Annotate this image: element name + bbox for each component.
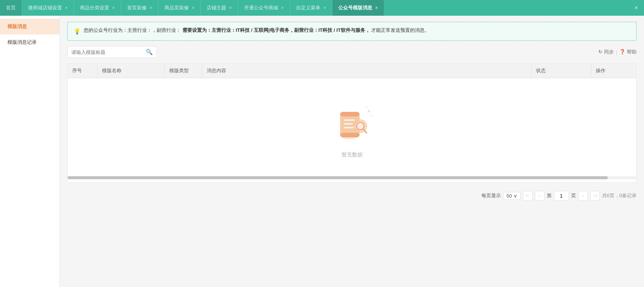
tab-custom-menu[interactable]: 自定义菜单 × [290,0,332,16]
svg-rect-5 [344,123,353,125]
horizontal-scrollbar[interactable] [68,176,636,179]
help-icon: ❓ [619,49,625,55]
tab-store-settings[interactable]: 微商城店铺设置 × [22,0,74,16]
help-button[interactable]: ❓ 帮助 [619,49,637,55]
main-layout: 模版消息 模版消息记录 💡 您的公众号行业为：主营行业：，副营行业： 需要设置为… [0,16,644,287]
tab-home-label: 首页 [6,4,16,11]
first-page-button[interactable]: ⊢ [523,191,533,201]
svg-point-11 [368,110,370,112]
page-number-input[interactable] [554,191,569,201]
data-table: 序号 模版名称 模版类型 消息内容 状态 操作 [67,63,637,183]
search-input[interactable] [71,49,144,55]
tab-category-label: 商品分类设置 [80,4,109,11]
svg-rect-3 [340,133,360,137]
window-close-button[interactable]: × [629,4,644,11]
tab-template-msg-label: 公众号模版消息 [338,4,372,11]
search-button[interactable]: 🔍 [146,49,153,55]
page-size-select[interactable]: 50 ∨ [503,192,520,200]
search-input-wrap[interactable]: 🔍 [67,46,157,58]
table-header: 序号 模版名称 模版类型 消息内容 状态 操作 [68,64,636,78]
tab-custom-menu-label: 自定义菜单 [296,4,320,11]
sidebar-item-template-msg[interactable]: 模版消息 [0,19,59,34]
svg-point-12 [366,107,367,108]
tab-product-decor-close[interactable]: × [192,5,194,10]
tab-home-decor[interactable]: 首页装修 × [121,0,158,16]
tab-product-decor-label: 商品页装修 [164,4,189,11]
toolbar-right: ↻ 同步 | ❓ 帮助 [598,49,637,55]
search-bar: 🔍 ↻ 同步 | ❓ 帮助 [67,46,637,58]
tab-category-close[interactable]: × [112,5,115,10]
empty-state: 暂无数据 [68,78,636,173]
prev-page-button[interactable]: ‹ [535,191,545,201]
last-page-button[interactable]: ⊣ [590,191,600,201]
pagination: 每页显示 50 ∨ ⊢ ‹ 第 页 › ⊣ 共0页，0条记录 [67,188,637,204]
next-page-button[interactable]: › [578,191,588,201]
svg-point-13 [371,115,372,116]
tab-template-msg[interactable]: 公众号模版消息 × [332,0,384,16]
tab-store-theme-label: 店铺主题 [207,4,226,11]
tab-custom-menu-close[interactable]: × [323,5,326,10]
tab-wechat-mall-close[interactable]: × [281,5,284,10]
content-area: 💡 您的公众号行业为：主营行业：，副营行业： 需要设置为：主营行业：IT科技 /… [60,16,644,287]
tab-wechat-mall[interactable]: 开通公众号商城 × [238,0,290,16]
col-content: 消息内容 [202,64,531,78]
col-status: 状态 [531,64,591,78]
tab-home-decor-label: 首页装修 [127,4,147,11]
svg-rect-4 [344,119,355,121]
sync-button[interactable]: ↻ 同步 [598,49,614,55]
sync-icon: ↻ [598,49,603,55]
chevron-down-icon: ∨ [514,193,517,199]
col-action: 操作 [591,64,636,78]
tab-template-msg-close[interactable]: × [375,5,378,10]
sidebar-item-template-msg-log[interactable]: 模版消息记录 [0,34,59,50]
col-index: 序号 [68,64,98,78]
svg-rect-2 [340,112,360,116]
page-size-label: 每页显示 [481,192,501,199]
tab-home[interactable]: 首页 [0,0,22,16]
page-unit: 页 [571,192,576,199]
sidebar: 模版消息 模版消息记录 [0,16,60,287]
scrollbar-thumb[interactable] [68,176,608,179]
notice-bar: 💡 您的公众号行业为：主营行业：，副营行业： 需要设置为：主营行业：IT科技 /… [67,22,637,41]
col-type: 模版类型 [165,64,202,78]
tab-bar: 首页 微商城店铺设置 × 商品分类设置 × 首页装修 × 商品页装修 × 店铺主… [0,0,644,16]
page-total: 共0页，0条记录 [602,192,637,199]
tab-wechat-mall-label: 开通公众号商城 [244,4,278,11]
page-label: 第 [547,192,552,199]
col-name: 模版名称 [98,64,165,78]
svg-rect-6 [344,127,354,128]
tab-product-decor[interactable]: 商品页装修 × [158,0,201,16]
tab-category[interactable]: 商品分类设置 × [74,0,121,16]
tab-home-decor-close[interactable]: × [150,5,152,10]
notice-text: 您的公众号行业为：主营行业：，副营行业： 需要设置为：主营行业：IT科技 / 互… [84,27,429,34]
notice-icon: 💡 [74,27,81,36]
empty-text: 暂无数据 [342,152,363,158]
tab-store-settings-label: 微商城店铺设置 [28,4,62,11]
tab-store-settings-close[interactable]: × [65,5,68,10]
divider: | [616,49,617,55]
empty-illustration [330,101,375,146]
tab-store-theme-close[interactable]: × [229,5,232,10]
tab-store-theme[interactable]: 店铺主题 × [201,0,238,16]
